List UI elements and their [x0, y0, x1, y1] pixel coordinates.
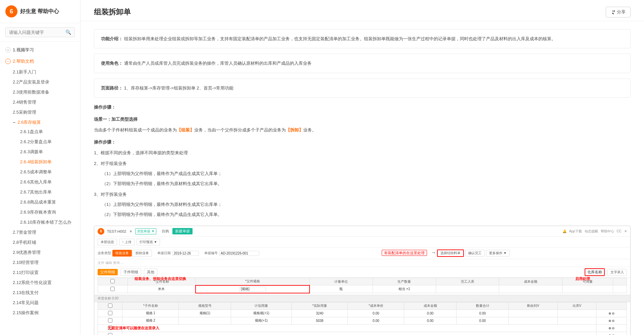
sidebar-item-cases[interactable]: 2.15操作案例 [13, 308, 80, 318]
btn-disassembly[interactable]: 拆卸业务 [132, 250, 152, 257]
app-form-row: 业务类型 组装业务 拆卸业务 单据日期 单据编号 [98, 249, 627, 257]
lth-actions [596, 302, 627, 310]
ltd-act-1: ⊕ ⊖ [596, 310, 627, 317]
annotation-area-1: 有装配清单的在这里处理 → 选择结转料单 确认完工 更多操作 ▼ [265, 249, 627, 257]
sidebar-item-other-in[interactable]: 2.6.6其他入库单 [20, 177, 80, 187]
th-prod-qty: 生产数量 [373, 278, 436, 285]
th-checkbox [98, 278, 128, 285]
app-btn-info[interactable]: 本部信息 [98, 239, 117, 245]
sidebar-item-purchase[interactable]: 2.5采购管理 [13, 107, 80, 117]
lth-plan-qty: 计划用量 [231, 302, 292, 310]
sidebar-item-custom[interactable]: 2.12系统个性化设置 [13, 278, 80, 288]
btn-assembly[interactable]: 组装业务 [112, 250, 132, 257]
sidebar-item-fund[interactable]: 2.7资金管理 [13, 227, 80, 237]
select-all-upper[interactable] [110, 279, 115, 283]
collapse-icon: − [5, 59, 11, 64]
sidebar-item-online-pay[interactable]: 2.13在线支付 [13, 288, 80, 298]
tab-purchase[interactable]: 自购 [159, 228, 172, 234]
tab-parent[interactable]: 父件明细 [98, 269, 118, 275]
row-check-l4[interactable] [108, 333, 112, 335]
select-all-lower[interactable] [108, 303, 112, 308]
lth-actual-qty: *实际用量 [291, 302, 348, 310]
sidebar-item-transfer[interactable]: 2.6.3调拨单 [20, 147, 80, 157]
content-area: 功能介绍： 组装拆卸单用来处理企业组装或拆卸等加工业务，支持有固定装配清单的产品… [80, 21, 644, 335]
ltd-out-2 [557, 317, 596, 324]
sidebar-item-stock-query[interactable]: 2.6.9库存账本查询 [20, 207, 80, 217]
sidebar-item-partial-stocktake[interactable]: 2.6.2分量盘点单 [20, 137, 80, 147]
field-type: 业务类型 组装业务 拆卸业务 [98, 250, 152, 257]
topbar-notification: 🔔 [562, 229, 567, 233]
sidebar-item-operation[interactable]: 2.10经营管理 [13, 258, 80, 268]
app-btn-preview[interactable]: 打印预览 ▼ [137, 239, 160, 245]
sidebar: 6 好生意 帮助中心 🔍 + 1.视频学习 − 2.帮助文档 2.1新手入门 2… [0, 0, 80, 335]
sidebar-item-data-prep[interactable]: 2.3使用前数据准备 [13, 87, 80, 97]
sidebar-item-stocktake[interactable]: 2.6.1盘点单 [20, 127, 80, 137]
sidebar-item-goods-cost[interactable]: 2.6.8商品成本重算 [20, 197, 80, 207]
sidebar-item-faq[interactable]: 2.14常见问题 [13, 298, 80, 308]
sidebar-item-print[interactable]: 2.11打印设置 [13, 268, 80, 278]
step1: 1、根据不同的业务，选择不同单据的类型来处理 [94, 149, 631, 157]
search-box[interactable]: 🔍 [5, 27, 75, 37]
sidebar-item-beginner[interactable]: 2.1新手入门 [13, 67, 80, 77]
date-input[interactable] [172, 251, 199, 256]
ltd-tq-2: 0.00 [457, 317, 509, 324]
btn-confirm[interactable]: 确认完工 [465, 250, 485, 257]
role-label: 使用角色： [101, 61, 123, 66]
row-check-l1[interactable] [108, 311, 112, 315]
steps-label: 操作步骤： [94, 138, 631, 147]
app-logo: 6 [98, 228, 104, 235]
sidebar-item-label: 1.视频学习 [13, 47, 34, 53]
share-button[interactable]: 分享 [606, 7, 631, 17]
sidebar-item-cost-adj[interactable]: 2.6.5成本调整单 [20, 167, 80, 177]
nav-section: + 1.视频学习 − 2.帮助文档 2.1新手入门 2.2产品安装及登录 2.3… [0, 42, 80, 321]
ltd-spec-1: 规格(1) [179, 310, 231, 317]
tab-other[interactable]: 其他 [144, 269, 157, 276]
ltd-cp-2: 0.00 [348, 317, 404, 324]
spec-input[interactable] [239, 287, 266, 292]
lth-cost-price: *成本单价 [348, 302, 404, 310]
sidebar-item-label: 2.帮助文档 [13, 58, 34, 64]
app-tab-row: 父件明细 子件明细 其他 组装业务、拆卸业务在这里切换 启用处理 仓库名称 文字… [94, 267, 630, 278]
sidebar-item-install[interactable]: 2.2产品安装及登录 [13, 77, 80, 87]
app-section-header: 文件 编辑 查询 ... [94, 259, 630, 267]
sidebar-item-assembly[interactable]: 2.6.4组装拆卸单 [20, 157, 80, 167]
nav-children-docs: 2.1新手入门 2.2产品安装及登录 2.3使用前数据准备 2.4销售管理 2.… [0, 67, 80, 318]
logo-icon: 6 [5, 5, 17, 17]
sidebar-item-coupon[interactable]: 2.9优惠券管理 [13, 247, 80, 258]
topbar-user: CC [617, 229, 622, 233]
search-input[interactable] [9, 30, 65, 35]
row-check[interactable] [110, 287, 115, 291]
annotation-switch: 组装业务、拆卸业务在这里切换 [135, 276, 186, 281]
th-parent-spec: *父件规格 [196, 278, 310, 285]
role-text: 通常由生产人员或库管人员完成拆装业务的操作，库管人员确认原材料的出库和产成品的入… [124, 61, 312, 66]
ltd-name-2: 规格 2 [122, 317, 179, 324]
sidebar-item-inventory[interactable]: − 2.6库存核算 [13, 117, 80, 127]
step3: 3、对于拆装业务 [94, 190, 631, 199]
sidebar-item-mobile[interactable]: 2.8手机旺铺 [13, 237, 80, 247]
lower-table-container: 无固定清单可以随便在这里录入 *子件名称 规格型号 计划用量 *实际用量 *成本… [94, 302, 630, 335]
role-block: 使用角色： 通常由生产人员或库管人员完成拆装业务的操作，库管人员确认原材料的出库… [94, 54, 631, 73]
type-buttons: 组装业务 拆卸业务 [112, 250, 152, 257]
tab-child[interactable]: 子件明细 [120, 269, 141, 276]
ltd-actual-2: 5038 [291, 317, 348, 324]
warehouse-field[interactable]: 仓库名称 [585, 268, 605, 276]
logo-text: 好生意 帮助中心 [20, 8, 59, 15]
btn-select-transfer[interactable]: 选择结转料单 [437, 249, 464, 257]
sidebar-item-sales[interactable]: 2.4销售管理 [13, 97, 80, 107]
sidebar-item-docs[interactable]: − 2.帮助文档 [0, 56, 80, 67]
app-nav-btn[interactable]: 浏览单据 ▼ [135, 228, 156, 234]
no-input[interactable] [219, 251, 259, 256]
topbar-close[interactable]: ✕ [624, 229, 627, 233]
sidebar-item-other-out[interactable]: 2.6.7其他出库单 [20, 187, 80, 197]
empty-row-3 [122, 324, 596, 332]
btn-more[interactable]: 更多操作 ▼ [486, 250, 510, 257]
tab-new[interactable]: 新建单据 [172, 228, 193, 234]
arrow-right-1: → [431, 250, 436, 255]
btn-add-row[interactable]: 文字录入 [607, 269, 627, 276]
row-check-l2[interactable] [108, 318, 112, 323]
sidebar-item-stock-error[interactable]: 2.6.10库存账本错了怎么办 [20, 217, 80, 227]
empty-row-4 [122, 332, 596, 335]
ltd-actual-1: 3240 [291, 310, 348, 317]
sidebar-item-video[interactable]: + 1.视频学习 [0, 44, 80, 56]
app-btn-upload[interactable]: ↑ 上传 [119, 239, 135, 245]
